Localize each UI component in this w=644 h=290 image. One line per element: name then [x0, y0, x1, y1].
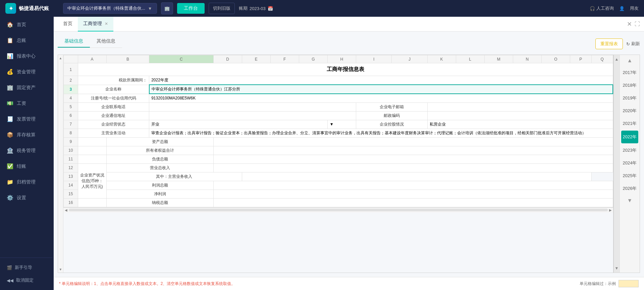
- panel-up-icon[interactable]: ▲: [615, 57, 619, 62]
- cell-phone-value[interactable]: [149, 102, 356, 111]
- company-selector[interactable]: 中审众环会计师事务所（特殊普通合伙... ▼: [63, 3, 157, 14]
- year-nav-down[interactable]: ▼: [620, 195, 640, 206]
- scroll-down-icon[interactable]: ▼: [59, 268, 62, 271]
- unpin-icon: ◀◀: [7, 278, 13, 283]
- window-close-button[interactable]: ✕: [627, 20, 632, 28]
- row-num: 6: [64, 111, 78, 120]
- scroll-left-icon[interactable]: ◀: [65, 208, 67, 212]
- tax-icon: 🏦: [7, 147, 13, 154]
- col-f: F: [270, 55, 299, 63]
- tab-bar: 首页 工商管理 ✕ ✕ ⛶: [54, 17, 644, 31]
- support-button[interactable]: 🎧 人工咨询: [590, 5, 614, 11]
- sidebar-item-home[interactable]: 🏠 首页: [0, 17, 54, 32]
- cell-business-value[interactable]: 审查企业会计报表；出具审计报告；验证企业资本；出具验资报告；办理企业合并、分立、…: [149, 129, 613, 137]
- sidebar-item-wages[interactable]: 💵 工资: [0, 95, 54, 111]
- table-row: 7 企业经营状态 开业 ▼ 企业控股情况 私营企业: [64, 120, 613, 129]
- sub-tab-other[interactable]: 其他信息: [90, 35, 122, 48]
- company-icon-btn[interactable]: 🏢: [161, 2, 173, 14]
- tab-home[interactable]: 首页: [58, 17, 78, 31]
- spreadsheet-scroll[interactable]: A B C D E F G H I J K L: [63, 55, 613, 273]
- cell-period-label: 税款所属期间：: [78, 76, 149, 85]
- cell-regid-value[interactable]: 91320100MA208E5W6K: [149, 94, 613, 102]
- old-version-button[interactable]: 切到旧版: [209, 3, 235, 14]
- cell-main-revenue-value[interactable]: [242, 172, 591, 181]
- col-n: N: [513, 55, 541, 63]
- cell-revenue-value[interactable]: [213, 163, 613, 172]
- col-g: G: [299, 55, 327, 63]
- year-2024[interactable]: 2024年: [620, 157, 640, 169]
- year-2017[interactable]: 2017年: [620, 66, 640, 79]
- sidebar-item-unpin[interactable]: ◀◀ 取消固定: [0, 274, 54, 287]
- cell-profit-label: 利润总额: [106, 181, 213, 190]
- cell-postal-value[interactable]: [427, 111, 613, 120]
- panel-down-icon[interactable]: ▼: [615, 266, 619, 271]
- calendar-icon[interactable]: 📅: [268, 6, 273, 11]
- cell-equity-value[interactable]: [213, 146, 613, 155]
- cell-net-profit-value[interactable]: [213, 190, 613, 198]
- sidebar-item-assets[interactable]: 🏢 固定资产: [0, 80, 54, 95]
- window-expand-button[interactable]: ⛶: [635, 20, 640, 28]
- col-e: E: [242, 55, 270, 63]
- cell-company-value[interactable]: 中审众环会计师事务所（特殊普通合伙）江苏分所: [149, 85, 613, 94]
- cell-profit-value[interactable]: [213, 181, 613, 190]
- sidebar-item-tax[interactable]: 🏦 税务管理: [0, 143, 54, 158]
- cell-liab-value[interactable]: [213, 155, 613, 163]
- top-bar-right: 🎧 人工咨询 👤 用友: [590, 5, 639, 11]
- sidebar-item-ledger[interactable]: 📋 总账: [0, 32, 54, 48]
- cell-title[interactable]: 工商年报信息表: [78, 63, 613, 76]
- cell-status-arrow[interactable]: ▼: [327, 120, 356, 129]
- cell-holding-value[interactable]: 私营企业: [427, 120, 613, 129]
- year-2020[interactable]: 2020年: [620, 104, 640, 117]
- content-area: 首页 工商管理 ✕ ✕ ⛶ 基础信息 其他信息: [54, 17, 644, 290]
- tab-business[interactable]: 工商管理 ✕: [78, 17, 113, 31]
- year-2023[interactable]: 2023年: [620, 144, 640, 157]
- col-h: H: [327, 55, 356, 63]
- tab-home-label: 首页: [63, 21, 72, 27]
- h-scroll-track[interactable]: [69, 209, 608, 211]
- v-scroll-area: ▲ ▼: [58, 55, 63, 273]
- sub-tab-basic[interactable]: 基础信息: [58, 35, 90, 48]
- table-row: 15 净利润: [64, 190, 613, 198]
- cell-period-value[interactable]: 2022年度: [149, 76, 613, 85]
- h-scroll-area[interactable]: ◀ ▶: [63, 207, 613, 213]
- close-account-icon: ✅: [7, 163, 13, 169]
- cell-status-value[interactable]: 开业: [149, 120, 328, 129]
- col-b: B: [106, 55, 149, 63]
- col-d: D: [213, 55, 242, 63]
- year-2018[interactable]: 2018年: [620, 79, 640, 92]
- support-label: 人工咨询: [596, 5, 614, 11]
- cell-email-value[interactable]: [427, 102, 613, 111]
- col-m: M: [484, 55, 513, 63]
- scroll-up-icon[interactable]: ▲: [59, 56, 62, 60]
- refresh-button[interactable]: ↻ 刷新: [626, 41, 640, 47]
- col-p: P: [570, 55, 591, 63]
- workbench-button[interactable]: 工作台: [177, 3, 205, 14]
- year-2022[interactable]: 2022年: [621, 131, 638, 143]
- year-nav-up[interactable]: ▲: [620, 55, 640, 66]
- year-2026[interactable]: 2026年: [620, 182, 640, 195]
- cell-phone-label: 企业联系电话: [78, 102, 149, 111]
- sidebar-item-inventory[interactable]: 📦 库存核算: [0, 127, 54, 143]
- sidebar-item-settings[interactable]: ⚙️ 设置: [0, 190, 54, 206]
- year-2025[interactable]: 2025年: [620, 169, 640, 182]
- col-a: A: [78, 55, 106, 63]
- sidebar-item-guide[interactable]: 🎬 新手引导: [0, 261, 54, 274]
- sidebar-item-archive[interactable]: 📁 归档管理: [0, 174, 54, 190]
- sidebar-item-reports[interactable]: 📊 报表中心: [0, 48, 54, 64]
- reset-report-button[interactable]: 重置报表: [595, 39, 623, 49]
- cell-tax-value[interactable]: [213, 198, 613, 207]
- col-k: K: [427, 55, 456, 63]
- user-label: 用友: [630, 5, 639, 11]
- cell-address-value[interactable]: [149, 111, 356, 120]
- sidebar-item-close-account[interactable]: ✅ 结账: [0, 158, 54, 174]
- cell-total-assets-value[interactable]: [213, 137, 613, 146]
- tab-close-icon[interactable]: ✕: [105, 21, 108, 26]
- year-2021[interactable]: 2021年: [620, 117, 640, 130]
- col-q: Q: [591, 55, 613, 63]
- sidebar-item-invoice[interactable]: 🧾 发票管理: [0, 111, 54, 127]
- sidebar-item-funds[interactable]: 💰 资金管理: [0, 64, 54, 80]
- year-2019[interactable]: 2019年: [620, 92, 640, 104]
- cell-postal-label: 邮政编码: [356, 111, 427, 120]
- cell-equity-group: [78, 146, 106, 155]
- scroll-right-icon[interactable]: ▶: [609, 208, 612, 212]
